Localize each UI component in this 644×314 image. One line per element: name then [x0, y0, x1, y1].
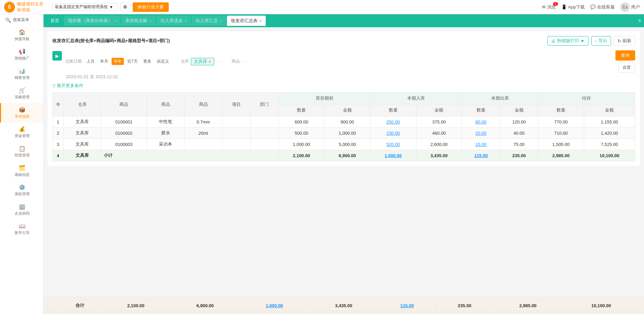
sidebar-item-finance[interactable]: 💰 资金管理 — [0, 122, 43, 142]
filter-toggle-btn[interactable]: ▶ — [52, 51, 62, 61]
refresh-button[interactable]: ↻ 刷新 — [614, 36, 635, 46]
in-qty-link[interactable]: 230.00 — [370, 128, 416, 139]
close-icon[interactable]: × — [260, 19, 262, 23]
col-begin-qty-header: 数量 — [279, 104, 325, 116]
page-title: 收发存汇总表(按仓库+商品编码+商品+规格型号+项目+部门) — [52, 38, 170, 44]
warehouse-tag: 文具库 × — [191, 58, 214, 65]
app-download-btn[interactable]: 📱 App下载 — [561, 4, 585, 10]
date-btn-custom[interactable]: 自定义 — [155, 58, 171, 65]
page-actions: 🖨 拆锁版打印 ▼ ↑ 导出 ↻ 刷新 — [547, 36, 635, 46]
date-btn-more[interactable]: 更多 — [141, 58, 153, 65]
in-qty-link[interactable]: 250.00 — [370, 116, 416, 128]
total-bal-qty: 2,985.00 — [493, 300, 563, 311]
col-period-out-header: 本期出库 — [462, 93, 538, 104]
close-icon[interactable]: × — [114, 19, 116, 23]
date-btn-7days[interactable]: 近7天 — [125, 58, 140, 65]
col-settings-header[interactable]: ⚙ — [53, 93, 64, 116]
trial-button[interactable]: 体验行业方案 — [133, 2, 169, 12]
sidebar-item-guide[interactable]: 📖 新手引导 — [0, 219, 43, 239]
col-spec-header: 商品 — [184, 93, 222, 116]
close-icon[interactable]: × — [149, 19, 151, 23]
top-bar-right: ✉ 消息 6 📱 App下载 💬 在线客服 Ea 用户 — [542, 2, 640, 12]
sales-icon: 📊 — [19, 68, 26, 74]
business-icon: 📋 — [19, 145, 26, 152]
col-period-in-header: 本期入库 — [370, 93, 462, 104]
col-out-qty-header: 数量 — [462, 104, 500, 116]
query-button[interactable]: 查询 — [615, 50, 635, 61]
sidebar-item-purchase[interactable]: 🛒 采购管理 — [0, 84, 43, 103]
col-in-qty-header: 数量 — [370, 104, 416, 116]
gear-button[interactable]: ⚙ — [120, 2, 130, 12]
system-area: 装备及固定资产辅助管理系统 ▼ ⚙ 体验行业方案 — [48, 2, 542, 12]
close-icon[interactable]: × — [220, 19, 222, 23]
tab-flow[interactable]: 出入库流水 × — [156, 16, 191, 26]
filter-warehouse: 仓库 文具库 × ··· — [181, 58, 222, 65]
total-label: 合计 — [59, 300, 101, 311]
total-begin-qty: 2,100.00 — [101, 300, 170, 311]
page-title-row: 收发存汇总表(按仓库+商品编码+商品+规格型号+项目+部门) 🖨 拆锁版打印 ▼… — [52, 36, 635, 46]
marketing-icon: 📢 — [19, 48, 26, 55]
sidebar-item-enterprise[interactable]: 🏢 企业协同 — [0, 200, 43, 219]
sidebar-item-business[interactable]: 📋 经营管理 — [0, 142, 43, 161]
logo-text: 畅捷通好生意 标准版 — [17, 1, 44, 13]
out-qty-link[interactable]: 20.00 — [462, 128, 500, 139]
in-qty-link[interactable]: 520.00 — [370, 139, 416, 150]
message-btn[interactable]: ✉ 消息 6 — [542, 4, 556, 10]
tab-batch[interactable]: 库存批次账 × — [121, 16, 155, 26]
sidebar-item-system[interactable]: ⚙️ 系统管理 — [0, 181, 43, 200]
tab-summary[interactable]: 出入库汇总 × — [192, 16, 226, 26]
set-button[interactable]: 设置 — [618, 63, 635, 72]
enterprise-icon: 🏢 — [19, 203, 26, 210]
total-out-amt: 235.00 — [436, 300, 493, 311]
home-icon: 🏠 — [19, 29, 26, 35]
tab-bar: 首页 现存量（库存分布表） × 库存批次账 × 出入库流水 × 出入库汇总 × — [44, 14, 644, 27]
sidebar-item-marketing[interactable]: 📢 营销推广 — [0, 45, 43, 64]
expand-conditions-btn[interactable]: ▽ 展开更多条件 — [52, 83, 635, 89]
total-out-qty[interactable]: 115.00 — [378, 300, 436, 311]
chevron-down-icon: ▼ — [580, 38, 585, 44]
print-icon: 🖨 — [551, 38, 556, 44]
expand-icon: ▽ — [52, 83, 56, 88]
remove-warehouse-btn[interactable]: × — [209, 59, 211, 64]
refresh-icon: ↻ — [617, 38, 621, 44]
date-btn-this-year[interactable]: 本年 — [112, 58, 124, 65]
sidebar-item-quick-nav[interactable]: 🏠 快捷导航 — [0, 26, 43, 45]
system-selector[interactable]: 装备及固定资产辅助管理系统 ▼ — [52, 3, 118, 11]
filter-line1: 记账日期 上月 本月 本年 近7天 更多 自定义 — [65, 50, 635, 72]
sidebar-item-basic[interactable]: 🗂️ 基础信息 — [0, 161, 43, 181]
close-all-tabs-btn[interactable]: × — [638, 18, 641, 24]
tab-recv-send[interactable]: 收发存汇总表 × — [227, 16, 266, 26]
col-name-header: 商品 — [147, 93, 184, 116]
user-area[interactable]: Ea 用户 — [620, 2, 640, 12]
close-icon[interactable]: × — [185, 19, 187, 23]
out-qty-link[interactable]: 15.00 — [462, 139, 500, 150]
table-row: 2 文具库 0100002 胶水 20ml 500.00 1,000.00 — [53, 128, 635, 139]
col-code-header: 商品 — [101, 93, 147, 116]
print-button[interactable]: 🖨 拆锁版打印 ▼ — [547, 36, 589, 46]
online-service-btn[interactable]: 💬 在线客服 — [590, 4, 615, 10]
sidebar-item-inventory[interactable]: 📦 库存核算 — [0, 103, 43, 122]
col-project-header: 项目 — [222, 93, 250, 116]
date-btn-this-month[interactable]: 本月 — [98, 58, 110, 65]
sidebar-item-sales[interactable]: 📊 销售管理 — [0, 64, 43, 84]
date-range-display: 2023-01-01 至 2023-12-31 — [65, 74, 635, 80]
out-qty-link[interactable]: 80.00 — [462, 116, 500, 128]
col-period-begin-header: 库存期初 — [279, 93, 370, 104]
warehouse-more-btn[interactable]: ··· — [216, 59, 222, 64]
date-btn-last-month[interactable]: 上月 — [84, 58, 97, 65]
tab-stock-dist[interactable]: 现存量（库存分布表） × — [64, 16, 120, 26]
guide-icon: 📖 — [19, 223, 26, 229]
top-bar: 6 畅捷通好生意 标准版 装备及固定资产辅助管理系统 ▼ ⚙ 体验行业方案 ✉ … — [0, 0, 644, 14]
export-icon: ↑ — [595, 38, 597, 44]
tab-home[interactable]: 首页 — [46, 16, 63, 26]
goods-more-btn[interactable]: ··· — [242, 59, 248, 64]
sidebar-search[interactable]: 🔍 搜索菜单 — [0, 14, 43, 26]
subtotal-in-qty[interactable]: 1,000.00 — [370, 150, 416, 161]
inventory-icon: 📦 — [19, 106, 26, 113]
total-in-qty[interactable]: 1,000.00 — [240, 300, 309, 311]
subtotal-out-qty[interactable]: 115.00 — [462, 150, 500, 161]
export-button[interactable]: ↑ 导出 — [591, 36, 611, 46]
date-buttons: 上月 本月 本年 近7天 更多 自定义 — [84, 58, 171, 65]
logo-icon: 6 — [4, 2, 15, 13]
col-in-amt-header: 金额 — [416, 104, 462, 116]
